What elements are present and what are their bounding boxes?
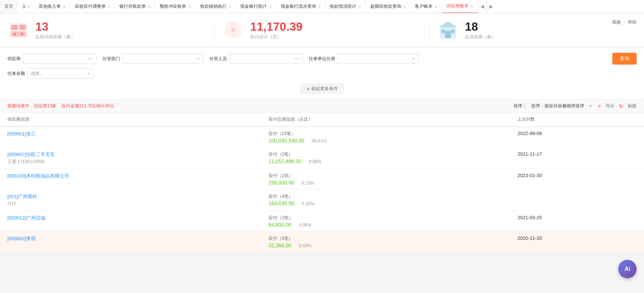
supplier-label: 供应商: [7, 56, 21, 62]
supplier-link-4[interactable]: [000012]广州贝瑞: [7, 215, 45, 221]
supplier-input[interactable]: ···: [23, 54, 97, 64]
stat-block-1: 13 总应付供应商（家）: [7, 19, 207, 41]
supplier-cell-2: [000100]本特勒油品有限公司: [0, 169, 261, 190]
result-bar: 搜索结果中，供应商13家 应付金额111,703,854.00元 排序： 排序：…: [0, 100, 644, 113]
close-icon-customer-book[interactable]: ×: [435, 4, 437, 9]
collapse-up-icon: ∧: [307, 86, 310, 92]
video-link[interactable]: 视频: [612, 19, 621, 25]
supplier-cell-4: [000012]广州贝瑞: [0, 211, 261, 232]
nav-item-adjustment[interactable]: 应收应付调整单 ×: [70, 0, 115, 13]
stat-text-2: 11,170.39 应付合计（万）: [250, 21, 302, 40]
nav-item-other-income[interactable]: 其他收入单 ×: [34, 0, 70, 13]
th-last-pay: 上次付数: [510, 113, 644, 127]
last-pay-cell-2: 2023-01-30: [510, 169, 644, 190]
close-icon-collection[interactable]: ×: [229, 4, 231, 9]
collapse-button[interactable]: ∧ 收起更多条件: [300, 84, 344, 94]
nav-item-cash-flow[interactable]: 现金银行流水查询 ×: [276, 0, 325, 13]
filter-person: 分管人员 ···: [209, 54, 303, 64]
export-button[interactable]: 导出: [606, 103, 615, 109]
collapse-label: 收起更多条件: [311, 86, 338, 92]
amount-value-5[interactable]: 32,366.00: [269, 242, 291, 248]
close-icon-cash-flow[interactable]: ×: [318, 4, 321, 9]
dept-select[interactable]: ▼: [122, 54, 203, 64]
nav-label-home: 首页: [4, 3, 13, 10]
help-link[interactable]: 帮助: [628, 19, 637, 25]
supplier-link-1[interactable]: [000007]恒旺二手叉车: [7, 152, 55, 157]
nav-item-bank[interactable]: 银行存取款单 ×: [115, 0, 155, 13]
nav-label-adjustment: 应收应付调整单: [75, 3, 106, 10]
supplier-link-5[interactable]: [000002]李四: [7, 236, 36, 241]
nav-label-supplier-book: 供应商账本: [447, 3, 469, 9]
amount-value-4[interactable]: 94,600.00: [269, 222, 291, 228]
table-row: [000012]广州贝瑞应付（2笔）94,600.000.08%2021-03-…: [0, 211, 644, 232]
nav-item-customer-book[interactable]: 客户账本 ×: [410, 0, 442, 13]
filter-balance: 往来余额 选择... ▼: [7, 68, 94, 79]
last-pay-cell-0: 2022-08-08: [510, 127, 644, 148]
table-row: [000007]恒旺二手叉车王通 17106110000应付（2笔）11,051…: [0, 148, 644, 169]
stat-text-3: 18 总供应商（家）: [465, 21, 496, 40]
nav-item-tab2[interactable]: 3 ×: [18, 0, 34, 13]
result-info: 搜索结果中，供应商13家 应付金额111,703,854.00元: [7, 103, 114, 109]
close-icon-other-income[interactable]: ×: [63, 4, 65, 9]
sort-value[interactable]: 排序：按应付余额倒序排序: [531, 103, 584, 109]
pay-label-5: 应付（5笔）: [269, 235, 503, 242]
close-icon-2[interactable]: ×: [27, 4, 29, 9]
table-area: 供应商信息 应付交易信息（占比） 上次付数 [000001]张三应付（15笔）1…: [0, 113, 644, 252]
amount-value-0[interactable]: 100,092,540.00: [269, 138, 304, 144]
amount-value-1[interactable]: 11,051,486.00: [269, 158, 302, 164]
divider-bar: |: [624, 20, 625, 25]
filter-row-1: 供应商 ··· 分管部门 ▼ 分管人员 ··· 往来单位分类: [7, 53, 637, 65]
supplier-cell-0: [000001]张三: [0, 127, 261, 148]
close-icon-cash-stat[interactable]: ×: [269, 4, 271, 9]
pay-label-4: 应付（2笔）: [269, 215, 503, 221]
category-arrow-icon: ▼: [412, 57, 415, 61]
person-input[interactable]: ···: [229, 54, 303, 64]
supplier-link-3[interactable]: [001]广州荣轩: [7, 194, 37, 199]
close-icon-overdue[interactable]: ×: [403, 4, 406, 9]
amount-value-3[interactable]: 164,635.90: [269, 200, 294, 206]
nav-label-cash-flow: 现金银行流水查询: [281, 3, 316, 10]
nav-item-advance[interactable]: 预收冲应收单 ×: [155, 0, 195, 13]
nav-arrow-right[interactable]: ▶: [487, 0, 496, 13]
last-pay-cell-4: 2021-03-25: [510, 211, 644, 232]
supplier-icon-1: [7, 19, 29, 41]
stat-label-3: 总供应商（家）: [465, 34, 496, 40]
supplier-link-0[interactable]: [000001]张三: [7, 131, 36, 137]
amount-value-2[interactable]: 258,000.00: [269, 180, 294, 186]
percent-3: 0.15%: [302, 201, 314, 206]
nav-item-collection-stat[interactable]: 收款情况统计 ×: [325, 0, 365, 13]
nav-label-coll-stat: 收款情况统计: [330, 3, 356, 10]
table-row: [000100]本特勒油品有限公司应付（1笔）258,000.000.23%20…: [0, 169, 644, 190]
close-icon-supplier-book[interactable]: ×: [471, 4, 473, 8]
balance-select[interactable]: 选择... ▼: [27, 68, 94, 79]
percent-1: 9.89%: [309, 159, 321, 164]
supplier-sub-1: 王通 17106110000: [7, 159, 254, 165]
nav-label-collection: 收款核销执行: [200, 3, 227, 10]
nav-item-home[interactable]: 首页: [0, 0, 18, 13]
supplier-cell-5: [000002]李四: [0, 232, 261, 252]
person-label: 分管人员: [209, 56, 227, 62]
query-button[interactable]: 查询: [612, 53, 637, 65]
supplier-link-2[interactable]: [000100]本特勒油品有限公司: [7, 173, 69, 179]
svg-rect-11: [441, 30, 445, 33]
refresh-button[interactable]: 刷新: [628, 103, 637, 109]
nav-item-collection[interactable]: 收款核销执行 ×: [196, 0, 236, 13]
close-icon-coll-stat[interactable]: ×: [358, 4, 361, 9]
svg-rect-1: [11, 25, 18, 30]
nav-item-supplier-book[interactable]: 供应商账本 ×: [442, 0, 478, 13]
stats-area: 13 总应付供应商（家） ¥ 11,170.39 应付合计（万）: [0, 13, 644, 48]
table-row: [000001]张三应付（15笔）100,092,540.0089.61%202…: [0, 127, 644, 148]
sort-label: 排序：: [514, 103, 527, 109]
nav-label-advance: 预收冲应收单: [160, 3, 186, 10]
percent-5: 0.03%: [299, 243, 311, 248]
close-icon-bank[interactable]: ×: [148, 4, 150, 9]
stat-label-2: 应付合计（万）: [250, 34, 302, 40]
nav-item-overdue[interactable]: 超期应收款查询 ×: [366, 0, 410, 13]
svg-point-4: [14, 33, 16, 35]
nav-item-cash-stat[interactable]: 现金银行统计 ×: [236, 0, 276, 13]
transaction-cell-0: 应付（15笔）100,092,540.0089.61%: [261, 127, 510, 148]
category-select[interactable]: ▼: [337, 54, 419, 64]
close-icon-adjustment[interactable]: ×: [108, 4, 110, 9]
close-icon-advance[interactable]: ×: [188, 4, 190, 9]
nav-arrow-left[interactable]: ◀: [478, 0, 487, 13]
